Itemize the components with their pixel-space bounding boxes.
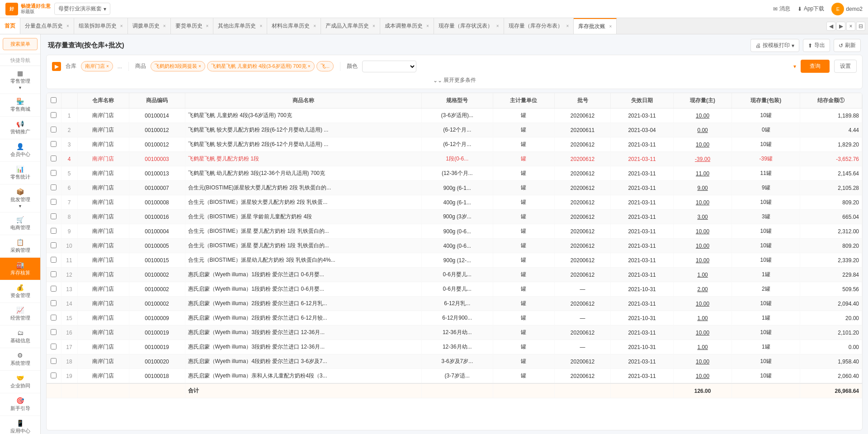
- download-btn[interactable]: ⬇ App下载: [797, 5, 824, 13]
- row-checkbox-18[interactable]: [47, 354, 61, 369]
- tab-xian-cun-fenbu[interactable]: 现存量（库存分布表） ×: [504, 18, 574, 34]
- row-qty-main-3[interactable]: 10.00: [674, 137, 732, 152]
- row-qty-main-2[interactable]: 0.00: [674, 123, 732, 137]
- tab-cheng-ben-tiao-close[interactable]: ×: [426, 24, 429, 28]
- sidebar-nav-label[interactable]: 快捷导航: [0, 54, 40, 66]
- sidebar-item-ji-chu[interactable]: 🗂 基础信息: [0, 326, 40, 348]
- row-qty-main-6[interactable]: 9.00: [674, 181, 732, 195]
- query-btn[interactable]: 查询: [801, 60, 830, 73]
- tab-home[interactable]: 首页: [0, 18, 20, 34]
- row-qty-main-13[interactable]: 2.00: [674, 282, 732, 297]
- expand-conditions-btn[interactable]: ⌄⌄ 展开更多条件: [433, 76, 476, 84]
- tab-cai-liao-chu-close[interactable]: ×: [313, 24, 316, 28]
- row-checkbox-17[interactable]: [47, 340, 61, 354]
- row-checkbox-6[interactable]: [47, 181, 61, 195]
- row-checkbox-2[interactable]: [47, 123, 61, 137]
- row-checkbox-13[interactable]: [47, 282, 61, 297]
- sidebar-item-jing-ying[interactable]: 📈 经营管理: [0, 303, 40, 326]
- filter-expand-arrow-btn[interactable]: ▶: [52, 62, 61, 71]
- tab-diao-bo[interactable]: 调拨单历史 ×: [128, 18, 171, 34]
- row-qty-main-18[interactable]: 10.00: [674, 354, 732, 369]
- tab-yao-huo-close[interactable]: ×: [206, 24, 209, 28]
- tab-yao-huo[interactable]: 要货单历史 ×: [171, 18, 214, 34]
- sidebar-item-ling-shou-shang-cheng[interactable]: 🏪 零售商城: [0, 94, 40, 117]
- row-checkbox-3[interactable]: [47, 137, 61, 152]
- search-menu-btn[interactable]: 搜索菜单: [3, 38, 38, 50]
- tab-next-btn[interactable]: ▶: [836, 22, 845, 31]
- row-qty-main-4[interactable]: -39.00: [674, 152, 732, 166]
- row-checkbox-5[interactable]: [47, 166, 61, 181]
- tab-ku-cun-pici-close[interactable]: ×: [609, 24, 612, 29]
- row-checkbox-11[interactable]: [47, 253, 61, 268]
- print-btn[interactable]: 🖨 按模板打印 ▾: [750, 39, 799, 52]
- sidebar-item-ku-cun[interactable]: 🏭 库存核算: [0, 258, 40, 280]
- tab-close-all-btn[interactable]: ×: [846, 22, 855, 31]
- row-checkbox-14[interactable]: [47, 297, 61, 311]
- tab-xian-cun-kucun[interactable]: 现存量（库存状况表） ×: [434, 18, 504, 34]
- tab-cheng-ben-tiao[interactable]: 成本调整单历史 ×: [380, 18, 434, 34]
- tab-qi-ta-chu-close[interactable]: ×: [259, 24, 262, 28]
- row-qty-main-7[interactable]: 10.00: [674, 195, 732, 210]
- tab-diao-bo-close[interactable]: ×: [163, 24, 166, 28]
- sidebar-item-dian-shang[interactable]: 🛒 电商管理: [0, 212, 40, 235]
- row-checkbox-16[interactable]: [47, 326, 61, 340]
- row-qty-main-19[interactable]: 10.00: [674, 369, 732, 384]
- product-tag-1-close[interactable]: ×: [308, 64, 311, 69]
- sidebar-item-ying-yong[interactable]: 📱 应用中心: [0, 416, 40, 434]
- row-checkbox-19[interactable]: [47, 369, 61, 384]
- product-tag-0-close[interactable]: ×: [198, 64, 201, 69]
- tab-menu-btn[interactable]: ⊟: [856, 22, 865, 31]
- row-checkbox-7[interactable]: [47, 195, 61, 210]
- select-all-checkbox[interactable]: [51, 97, 57, 103]
- tab-fen-pan[interactable]: 分量盘点单历史 ×: [20, 18, 74, 34]
- tab-zu-zhuang[interactable]: 组装拆卸单历史 ×: [74, 18, 128, 34]
- tab-chan-pin-ru[interactable]: 产成品入库单历史 ×: [321, 18, 380, 34]
- sidebar-item-hui-yuan[interactable]: 👤 会员中心: [0, 139, 40, 162]
- tab-fen-pan-close[interactable]: ×: [66, 24, 69, 28]
- tab-qi-ta-chu[interactable]: 其他出库单历史 ×: [213, 18, 267, 34]
- tab-ku-cun-pici[interactable]: 库存批次账 ×: [574, 18, 617, 34]
- row-qty-main-1[interactable]: 10.00: [674, 108, 732, 123]
- product-tag-0[interactable]: 飞鹤奶粉3段两提装 ×: [151, 61, 205, 71]
- row-qty-main-11[interactable]: 10.00: [674, 253, 732, 268]
- sidebar-item-ling-shou-tong-ji[interactable]: 📊 零售统计: [0, 162, 40, 184]
- product-tag-more[interactable]: 飞...: [316, 61, 334, 71]
- row-qty-main-5[interactable]: 11.00: [674, 166, 732, 181]
- row-checkbox-4[interactable]: [47, 152, 61, 166]
- messages-btn[interactable]: ✉ 消息: [773, 5, 790, 13]
- row-checkbox-8[interactable]: [47, 210, 61, 224]
- warehouse-tag-0-close[interactable]: ×: [106, 64, 109, 69]
- user-avatar[interactable]: E demo2: [831, 3, 863, 15]
- sidebar-item-qi-ye[interactable]: 🤝 企业协同: [0, 371, 40, 393]
- sidebar-item-xin-shou[interactable]: 🎯 新手引导: [0, 393, 40, 416]
- row-qty-main-15[interactable]: 1.00: [674, 311, 732, 326]
- color-dropdown-arrow[interactable]: ▾: [793, 63, 796, 70]
- sidebar-item-ling-shou[interactable]: ▦ 零售管理 ▼: [0, 66, 40, 94]
- row-checkbox-15[interactable]: [47, 311, 61, 326]
- row-qty-main-10[interactable]: 10.00: [674, 239, 732, 253]
- row-qty-main-14[interactable]: 10.00: [674, 297, 732, 311]
- row-qty-main-9[interactable]: 10.00: [674, 224, 732, 239]
- tab-xian-cun-fenbu-close[interactable]: ×: [566, 24, 569, 28]
- sidebar-item-xi-tong[interactable]: ⚙ 系统管理: [0, 348, 40, 371]
- settings-btn[interactable]: 设置: [834, 60, 857, 73]
- sidebar-item-ying-xiao[interactable]: 📢 营销推广: [0, 117, 40, 139]
- export-btn[interactable]: ⬆ 导出: [803, 39, 830, 52]
- refresh-btn[interactable]: ↺ 刷新: [834, 39, 861, 52]
- row-qty-main-8[interactable]: 3.00: [674, 210, 732, 224]
- product-tag-1[interactable]: 飞鹤星飞帆 儿童奶粉 4段(3-6岁适用) 700克 ×: [207, 61, 315, 71]
- row-checkbox-1[interactable]: [47, 108, 61, 123]
- row-qty-main-16[interactable]: 10.00: [674, 326, 732, 340]
- row-checkbox-12[interactable]: [47, 268, 61, 282]
- row-qty-main-12[interactable]: 1.00: [674, 268, 732, 282]
- row-qty-main-17[interactable]: 1.00: [674, 340, 732, 354]
- row-checkbox-10[interactable]: [47, 239, 61, 253]
- tab-zu-zhuang-close[interactable]: ×: [120, 24, 123, 28]
- tab-xian-cun-kucun-close[interactable]: ×: [496, 24, 499, 28]
- sidebar-item-pi-fa[interactable]: 📦 批发管理 ▼: [0, 184, 40, 212]
- row-checkbox-9[interactable]: [47, 224, 61, 239]
- color-select[interactable]: [362, 61, 416, 72]
- sidebar-item-zi-jin[interactable]: 💰 资金管理: [0, 280, 40, 303]
- warehouse-more[interactable]: ...: [118, 63, 122, 70]
- tab-prev-btn[interactable]: ◀: [826, 22, 835, 31]
